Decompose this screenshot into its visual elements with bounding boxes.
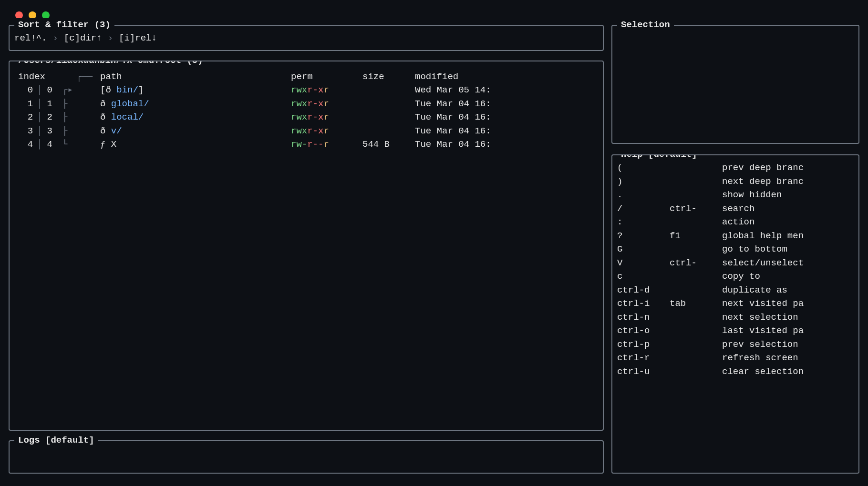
help-key-primary: ( xyxy=(617,161,670,175)
help-key-secondary xyxy=(670,175,722,189)
help-desc: search xyxy=(722,202,854,216)
help-key-secondary xyxy=(670,351,722,365)
help-key-secondary: f1 xyxy=(670,229,722,243)
row-perm: rwxr-xr xyxy=(291,97,362,111)
help-desc: last visited pa xyxy=(722,324,854,338)
help-key-primary: ctrl-n xyxy=(617,311,670,324)
row-index: 00 xyxy=(14,83,62,97)
row-path: ð v/ xyxy=(100,124,291,138)
help-item: ?f1global help men xyxy=(617,229,854,243)
help-item: ctrl-olast visited pa xyxy=(617,324,854,338)
row-index: 11 xyxy=(14,97,62,111)
help-key-primary: ctrl-r xyxy=(617,351,670,365)
help-key-secondary xyxy=(670,284,722,297)
row-path: [ð bin/] xyxy=(100,83,291,97)
sort-filter-line[interactable]: rel!^. › [c]dir↑ › [i]rel↓ xyxy=(14,31,598,45)
help-key-secondary: ctrl- xyxy=(670,256,722,270)
row-modified: Tue Mar 04 16: xyxy=(415,111,598,124)
file-row[interactable]: 11├ ð global/rwxr-xrTue Mar 04 16: xyxy=(14,97,598,111)
logs-panel: Logs [default] xyxy=(9,440,604,474)
file-rows: ┌── 00┌▸[ð bin/]rwxr-xrWed Mar 05 14:11├… xyxy=(14,83,598,152)
help-key-primary: ctrl-o xyxy=(617,324,670,338)
tree-branch-icon: ├ xyxy=(62,124,100,138)
help-key-secondary xyxy=(670,311,722,324)
row-path: ð local/ xyxy=(100,111,291,124)
row-path: ð global/ xyxy=(100,97,291,111)
help-desc: duplicate as xyxy=(722,284,854,297)
file-row[interactable]: 22├ ð local/rwxr-xrTue Mar 04 16: xyxy=(14,111,598,124)
row-index: 22 xyxy=(14,111,62,124)
cwd-title: /Users/liaoxuanbin/.x-cmd.root (5) xyxy=(14,61,207,68)
help-key-primary: c xyxy=(617,270,670,284)
row-index: 44 xyxy=(14,138,62,152)
col-perm: perm xyxy=(291,70,362,84)
column-headers: index path perm size modified xyxy=(14,70,598,84)
file-row[interactable]: 33├ ð v/rwxr-xrTue Mar 04 16: xyxy=(14,124,598,138)
file-row[interactable]: 44└ ƒ Xrw-r--r544 BTue Mar 04 16: xyxy=(14,138,598,152)
file-row[interactable]: 00┌▸[ð bin/]rwxr-xrWed Mar 05 14: xyxy=(14,83,598,97)
help-key-secondary xyxy=(670,338,722,352)
row-index: 33 xyxy=(14,124,62,138)
help-key-primary: / xyxy=(617,202,670,216)
row-perm: rwxr-xr xyxy=(291,83,362,97)
help-desc: next selection xyxy=(722,311,854,324)
help-item: ctrl-nnext selection xyxy=(617,311,854,324)
help-key-primary: ctrl-i xyxy=(617,297,670,311)
sort-token: [i]rel↓ xyxy=(119,31,157,45)
sort-token: rel!^. xyxy=(14,31,47,45)
tree-branch-icon: └ xyxy=(62,138,100,152)
help-desc: refresh screen xyxy=(722,351,854,365)
help-key-secondary xyxy=(670,161,722,175)
row-size xyxy=(362,83,415,97)
row-size xyxy=(362,97,415,111)
help-desc: select/unselect xyxy=(722,256,854,270)
help-key-secondary xyxy=(670,324,722,338)
help-key-primary: : xyxy=(617,215,670,229)
help-item: :action xyxy=(617,215,854,229)
titlebar xyxy=(0,0,868,25)
help-key-secondary: tab xyxy=(670,297,722,311)
row-modified: Wed Mar 05 14: xyxy=(415,83,598,97)
help-desc: copy to xyxy=(722,270,854,284)
tree-branch-icon: ┌▸ xyxy=(62,83,100,97)
row-size: 544 B xyxy=(362,138,415,152)
help-item: ccopy to xyxy=(617,270,854,284)
selection-panel: Selection xyxy=(611,25,859,144)
row-modified: Tue Mar 04 16: xyxy=(415,124,598,138)
help-key-secondary xyxy=(670,365,722,379)
help-key-primary: V xyxy=(617,256,670,270)
row-modified: Tue Mar 04 16: xyxy=(415,138,598,152)
row-perm: rwxr-xr xyxy=(291,124,362,138)
help-key-primary: ? xyxy=(617,229,670,243)
col-modified: modified xyxy=(415,70,598,84)
help-item: ctrl-itabnext visited pa xyxy=(617,297,854,311)
tree-branch-icon: ├ xyxy=(62,97,100,111)
help-key-primary: ) xyxy=(617,175,670,189)
help-item: Ggo to bottom xyxy=(617,243,854,256)
help-item: /ctrl-search xyxy=(617,202,854,216)
help-item: (prev deep branc xyxy=(617,161,854,175)
selection-title: Selection xyxy=(617,18,674,32)
row-path: ƒ X xyxy=(100,138,291,152)
help-item: ctrl-uclear selection xyxy=(617,365,854,379)
help-item: .show hidden xyxy=(617,188,854,202)
help-desc: action xyxy=(722,215,854,229)
chevron-icon: › xyxy=(52,31,58,45)
help-item: ctrl-pprev selection xyxy=(617,338,854,352)
help-desc: global help men xyxy=(722,229,854,243)
col-index: index xyxy=(14,70,62,84)
row-perm: rw-r--r xyxy=(291,138,362,152)
help-key-secondary xyxy=(670,215,722,229)
logs-title: Logs [default] xyxy=(14,434,98,447)
help-desc: clear selection xyxy=(722,365,854,379)
help-key-primary: . xyxy=(617,188,670,202)
col-path: path xyxy=(100,70,291,84)
help-desc: go to bottom xyxy=(722,243,854,256)
tree-branch-icon: ├ xyxy=(62,111,100,124)
help-items: (prev deep branc)next deep branc.show hi… xyxy=(617,161,854,378)
help-item: ctrl-rrefresh screen xyxy=(617,351,854,365)
help-key-secondary xyxy=(670,188,722,202)
row-perm: rwxr-xr xyxy=(291,111,362,124)
help-item: ctrl-dduplicate as xyxy=(617,284,854,297)
help-key-primary: ctrl-p xyxy=(617,338,670,352)
